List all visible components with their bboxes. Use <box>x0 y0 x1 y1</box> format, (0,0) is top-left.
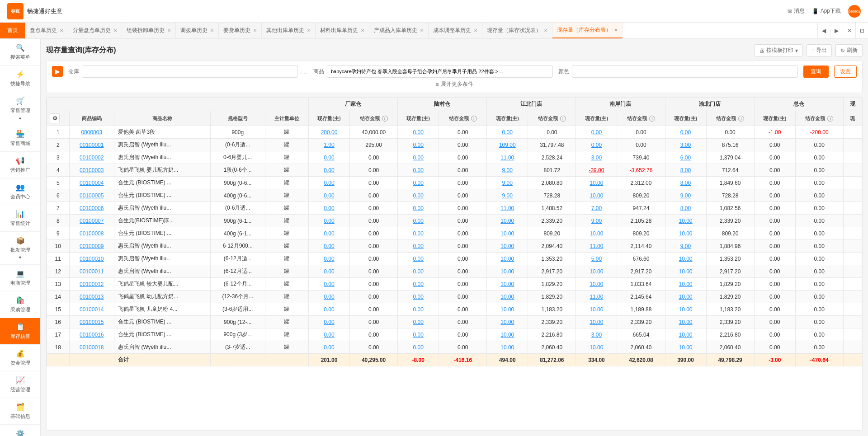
table-cell[interactable]: 0.00 <box>398 240 439 253</box>
table-cell[interactable]: 0.00 <box>398 316 439 328</box>
table-cell[interactable]: 10.00 <box>665 328 706 341</box>
table-cell[interactable]: 9.00 <box>487 189 528 202</box>
table-cell[interactable]: 10.00 <box>665 227 706 240</box>
tab-stock-dist[interactable]: 现存量（库存分布表） ✕ <box>552 23 623 38</box>
table-cell[interactable]: 0.00 <box>398 215 439 227</box>
table-cell[interactable]: 11.00 <box>487 202 528 215</box>
tab-material-out[interactable]: 材料出库单历史 ✕ <box>316 23 369 38</box>
table-cell[interactable]: 0000003 <box>69 126 114 139</box>
table-cell[interactable]: 3.00 <box>576 328 617 341</box>
table-cell[interactable]: 200.00 <box>309 126 350 139</box>
table-cell[interactable]: 10.00 <box>576 177 617 189</box>
table-cell[interactable]: 00100004 <box>69 177 114 189</box>
table-cell[interactable]: 0.00 <box>398 177 439 189</box>
table-cell[interactable]: 0.00 <box>398 139 439 151</box>
sidebar-item-inventory-mgmt[interactable]: 📋 库存核算 <box>0 318 40 345</box>
table-cell[interactable]: 00100014 <box>69 303 114 316</box>
print-btn[interactable]: 🖨 按模板打印 ▾ <box>754 44 803 56</box>
table-cell[interactable]: 9.00 <box>487 177 528 189</box>
tab-inventory[interactable]: 盘点单历史 ✕ <box>25 23 68 38</box>
table-cell[interactable]: -39.00 <box>576 164 617 177</box>
sidebar-item-system[interactable]: ⚙️ 系统管理 <box>0 425 40 436</box>
table-cell[interactable]: 9.00 <box>665 189 706 202</box>
table-cell[interactable]: 0.00 <box>309 341 350 354</box>
tab-expand-btn[interactable]: ⊡ <box>855 23 868 39</box>
sidebar-item-retail-shop[interactable]: 🏪 零售商城 <box>0 125 40 152</box>
table-cell[interactable]: 0.00 <box>309 265 350 278</box>
table-cell[interactable]: 0.00 <box>398 253 439 265</box>
tab-close-icon[interactable]: ✕ <box>420 28 424 33</box>
table-cell[interactable]: 0.00 <box>309 177 350 189</box>
sidebar-item-retail-stats[interactable]: 📊 零售统计 <box>0 205 40 232</box>
table-cell[interactable]: 0.00 <box>398 151 439 164</box>
info-icon[interactable]: i <box>827 116 833 122</box>
table-cell[interactable]: 6.00 <box>665 151 706 164</box>
table-cell[interactable]: 0.00 <box>309 164 350 177</box>
table-cell[interactable]: 10.00 <box>665 253 706 265</box>
goods-input[interactable] <box>327 65 553 78</box>
table-cell[interactable]: 00100008 <box>69 227 114 240</box>
table-cell[interactable]: 9.00 <box>487 164 528 177</box>
table-cell[interactable]: 0.00 <box>398 126 439 139</box>
color-input[interactable] <box>572 65 798 78</box>
table-cell[interactable]: 0.00 <box>576 139 617 151</box>
table-cell[interactable]: 10.00 <box>487 278 528 291</box>
export-btn[interactable]: ↑ 导出 <box>807 44 832 56</box>
table-cell[interactable]: 10.00 <box>487 303 528 316</box>
tab-cost-adjust[interactable]: 成本调整单历史 ✕ <box>429 23 482 38</box>
tab-close-icon[interactable]: ✕ <box>167 28 171 33</box>
sidebar-item-ecommerce[interactable]: 💻 电商管理 <box>0 265 40 291</box>
table-cell[interactable]: 00100005 <box>69 189 114 202</box>
info-icon[interactable]: i <box>471 116 477 122</box>
table-cell[interactable]: 00100006 <box>69 202 114 215</box>
table-cell[interactable]: 10.00 <box>665 316 706 328</box>
table-cell[interactable]: 0.00 <box>309 328 350 341</box>
tab-close-icon[interactable]: ✕ <box>253 28 257 33</box>
query-btn[interactable]: 查询 <box>803 66 829 78</box>
sidebar-item-purchase-mgmt[interactable]: 🛍️ 采购管理 <box>0 291 40 318</box>
sidebar-item-members[interactable]: 👥 会员中心 <box>0 178 40 205</box>
table-cell[interactable]: 00100015 <box>69 316 114 328</box>
table-cell[interactable]: 10.00 <box>487 240 528 253</box>
tab-home[interactable]: 首页 <box>0 23 25 38</box>
table-cell[interactable]: 0.00 <box>398 227 439 240</box>
table-cell[interactable]: 11.00 <box>487 151 528 164</box>
table-cell[interactable]: 0.00 <box>398 291 439 303</box>
table-cell[interactable]: 0.00 <box>398 278 439 291</box>
table-cell[interactable]: 8.00 <box>665 164 706 177</box>
table-cell[interactable]: 0.00 <box>487 126 528 139</box>
table-cell[interactable]: 0.00 <box>398 341 439 354</box>
table-cell[interactable]: 3.00 <box>576 151 617 164</box>
table-cell[interactable]: 10.00 <box>576 316 617 328</box>
table-cell[interactable]: 3.00 <box>665 139 706 151</box>
table-cell[interactable]: 00100012 <box>69 278 114 291</box>
sidebar-item-finance[interactable]: 💰 资金管理 <box>0 345 40 371</box>
table-cell[interactable]: 0.00 <box>576 126 617 139</box>
table-cell[interactable]: 10.00 <box>665 291 706 303</box>
table-cell[interactable]: 10.00 <box>665 278 706 291</box>
table-cell[interactable]: 0.00 <box>309 291 350 303</box>
settings-btn[interactable]: 设置 <box>834 66 857 78</box>
table-cell[interactable]: 10.00 <box>487 253 528 265</box>
info-icon[interactable]: i <box>738 116 744 122</box>
table-cell[interactable]: 10.00 <box>576 265 617 278</box>
table-cell[interactable]: 00100010 <box>69 253 114 265</box>
table-cell[interactable]: 0.00 <box>309 303 350 316</box>
table-cell[interactable]: 10.00 <box>487 341 528 354</box>
table-cell[interactable]: 0.00 <box>398 265 439 278</box>
table-cell[interactable]: 0.00 <box>309 240 350 253</box>
tab-transfer[interactable]: 调拨单历史 ✕ <box>176 23 219 38</box>
app-download-btn[interactable]: 📱 App下载 <box>812 7 841 15</box>
table-cell[interactable]: 10.00 <box>487 328 528 341</box>
table-cell[interactable]: 10.00 <box>487 316 528 328</box>
tab-purchase[interactable]: 要货单历史 ✕ <box>219 23 262 38</box>
table-cell[interactable]: 0.00 <box>309 202 350 215</box>
table-cell[interactable]: 0.00 <box>398 202 439 215</box>
sidebar-item-wholesale[interactable]: 📦 批发管理 ▼ <box>0 232 40 265</box>
messages-btn[interactable]: ✉ 消息 <box>788 7 805 15</box>
filter-toggle-btn[interactable]: ▶ <box>52 66 63 77</box>
refresh-btn[interactable]: ↻ 刷新 <box>835 44 863 56</box>
tab-close-icon[interactable]: ✕ <box>113 28 117 33</box>
table-cell[interactable]: 10.00 <box>487 215 528 227</box>
table-cell[interactable]: 5.00 <box>576 253 617 265</box>
